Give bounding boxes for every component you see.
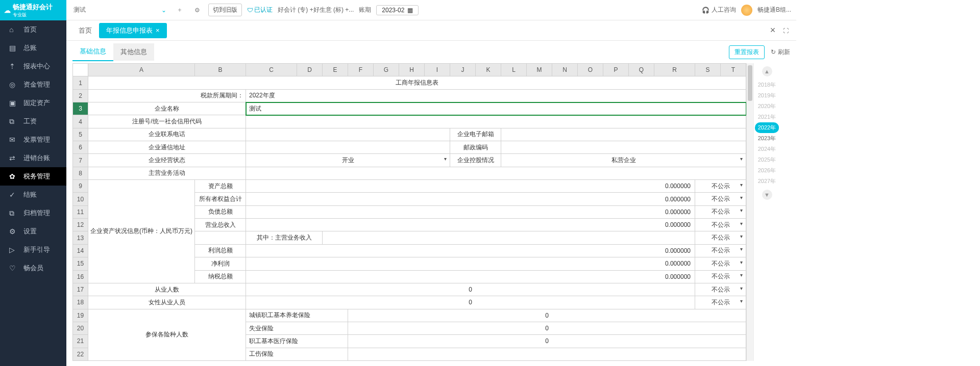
nav-报表中心[interactable]: ⇡报表中心	[0, 57, 66, 75]
row-20[interactable]: 20	[73, 322, 88, 334]
year-2019年[interactable]: 2019年	[755, 90, 779, 101]
row-13[interactable]: 13	[73, 231, 88, 244]
tabs-close-all[interactable]: ×	[766, 23, 780, 38]
company-name-cell[interactable]: 测试	[246, 102, 746, 115]
company-select[interactable]: 测试 ⌄	[71, 4, 168, 17]
gear-icon[interactable]: ⚙	[191, 4, 203, 16]
row-3[interactable]: 3	[73, 102, 88, 115]
row-2[interactable]: 2	[73, 89, 88, 102]
col-K[interactable]: K	[476, 64, 501, 76]
col-M[interactable]: M	[527, 64, 552, 76]
row-5[interactable]: 5	[73, 128, 88, 141]
nav-归档管理[interactable]: ⧉归档管理	[0, 204, 66, 222]
publish-select[interactable]: 不公示	[695, 244, 746, 257]
publish-select[interactable]: 不公示	[695, 193, 746, 205]
nav-新手引导[interactable]: ▷新手引导	[0, 241, 66, 259]
row-4[interactable]: 4	[73, 115, 88, 128]
row-10[interactable]: 10	[73, 193, 88, 205]
close-icon[interactable]: ×	[156, 27, 160, 34]
holding-select[interactable]: 私营企业	[501, 154, 746, 167]
refresh-button[interactable]: ↻ 刷新	[771, 48, 790, 57]
year-2025年[interactable]: 2025年	[755, 154, 779, 165]
avatar[interactable]	[741, 5, 752, 16]
col-B[interactable]: B	[195, 64, 246, 76]
publish-select[interactable]: 不公示	[695, 257, 746, 270]
nav-结账[interactable]: ✓结账	[0, 186, 66, 204]
period-value-cell[interactable]: 2022年度	[246, 89, 746, 102]
row-9[interactable]: 9	[73, 180, 88, 193]
row-17[interactable]: 17	[73, 283, 88, 296]
year-2026年[interactable]: 2026年	[755, 165, 779, 176]
old-version-button[interactable]: 切到旧版	[208, 4, 242, 16]
publish-select[interactable]: 不公示	[695, 231, 746, 244]
expand-icon[interactable]: ⛶	[780, 25, 791, 36]
reset-report-button[interactable]: 重置报表	[729, 45, 765, 59]
nav-税务管理[interactable]: ✿税务管理	[0, 167, 66, 186]
col-G[interactable]: G	[374, 64, 399, 76]
business-status-select[interactable]: 开业	[246, 154, 450, 167]
year-up-icon[interactable]: ▲	[762, 66, 772, 76]
row-22[interactable]: 22	[73, 348, 88, 360]
period-select[interactable]: 2023-02 ▦	[376, 5, 419, 15]
col-T[interactable]: T	[721, 64, 746, 76]
support-link[interactable]: 🎧 人工咨询	[702, 6, 736, 14]
publish-select[interactable]: 不公示	[695, 270, 746, 283]
year-down-icon[interactable]: ▼	[762, 190, 772, 200]
vertical-scrollbar[interactable]	[746, 63, 753, 361]
col-H[interactable]: H	[399, 64, 425, 76]
publish-select[interactable]: 不公示	[695, 219, 746, 231]
nav-固定资产[interactable]: ▣固定资产	[0, 94, 66, 112]
row-6[interactable]: 6	[73, 141, 88, 154]
headset-icon: 🎧	[702, 7, 709, 14]
publish-select[interactable]: 不公示	[695, 205, 746, 218]
nav-畅会员[interactable]: ♡畅会员	[0, 259, 66, 277]
year-2021年[interactable]: 2021年	[755, 112, 779, 122]
col-P[interactable]: P	[603, 64, 629, 76]
nav-进销台账[interactable]: ⇄进销台账	[0, 149, 66, 167]
company-name: 测试	[74, 6, 86, 14]
nav-发票管理[interactable]: ✉发票管理	[0, 130, 66, 149]
row-12[interactable]: 12	[73, 219, 88, 231]
tab-annual-report[interactable]: 年报信息申报表 ×	[99, 23, 167, 38]
year-2020年[interactable]: 2020年	[755, 101, 779, 112]
nav-首页[interactable]: ⌂首页	[0, 20, 66, 39]
row-11[interactable]: 11	[73, 205, 88, 218]
col-A[interactable]: A	[88, 64, 195, 76]
col-E[interactable]: E	[323, 64, 348, 76]
col-N[interactable]: N	[552, 64, 578, 76]
col-C[interactable]: C	[246, 64, 297, 76]
year-2018年[interactable]: 2018年	[755, 80, 779, 90]
subtab-other[interactable]: 其他信息	[113, 43, 154, 61]
row-19[interactable]: 19	[73, 309, 88, 322]
nav-设置[interactable]: ⚙设置	[0, 222, 66, 241]
year-2023年[interactable]: 2023年	[755, 133, 779, 144]
col-F[interactable]: F	[348, 64, 374, 76]
publish-select[interactable]: 不公示	[695, 180, 746, 193]
nav-资金管理[interactable]: ◎资金管理	[0, 75, 66, 94]
nav-总账[interactable]: ▤总账	[0, 39, 66, 57]
row-15[interactable]: 15	[73, 257, 88, 270]
col-D[interactable]: D	[297, 64, 323, 76]
col-I[interactable]: I	[425, 64, 450, 76]
spreadsheet[interactable]: ABCDEFGHIJKLMNOPQRST1工商年报信息表2税款所属期间：2022…	[72, 63, 746, 361]
year-2022年[interactable]: 2022年	[755, 122, 779, 133]
col-R[interactable]: R	[654, 64, 695, 76]
row-18[interactable]: 18	[73, 296, 88, 309]
col-Q[interactable]: Q	[629, 64, 654, 76]
year-2024年[interactable]: 2024年	[755, 144, 779, 154]
col-J[interactable]: J	[450, 64, 476, 76]
row-8[interactable]: 8	[73, 167, 88, 179]
col-L[interactable]: L	[501, 64, 527, 76]
tab-home[interactable]: 首页	[71, 20, 99, 41]
row-16[interactable]: 16	[73, 270, 88, 283]
add-icon[interactable]: ＋	[174, 4, 186, 16]
row-21[interactable]: 21	[73, 335, 88, 348]
row-14[interactable]: 14	[73, 244, 88, 257]
subtab-basic[interactable]: 基础信息	[72, 43, 113, 61]
row-1[interactable]: 1	[73, 76, 88, 89]
nav-工资[interactable]: ⧉工资	[0, 112, 66, 130]
row-7[interactable]: 7	[73, 154, 88, 167]
col-O[interactable]: O	[578, 64, 603, 76]
col-S[interactable]: S	[695, 64, 721, 76]
year-2027年[interactable]: 2027年	[755, 176, 779, 187]
